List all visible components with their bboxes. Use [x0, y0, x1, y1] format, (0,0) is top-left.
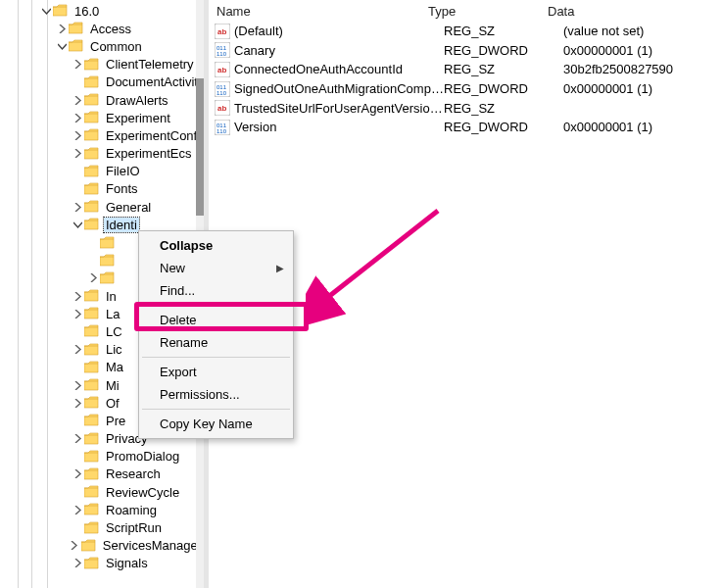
tree-scrollbar-thumb[interactable] — [196, 78, 204, 216]
tree-item-16-0[interactable]: 16.0 — [0, 2, 204, 20]
expander-icon[interactable] — [71, 378, 84, 392]
value-type: REG_SZ — [444, 24, 563, 38]
binary-value-icon — [215, 42, 230, 58]
string-value-icon — [215, 62, 230, 77]
expander-icon[interactable] — [71, 93, 84, 107]
expander-icon[interactable] — [39, 4, 53, 18]
expander-icon[interactable] — [71, 557, 84, 570]
list-row[interactable]: ConnectedOneAuthAccountId REG_SZ 30b2fb2… — [213, 60, 722, 79]
value-name: Version — [234, 120, 444, 134]
value-type: REG_SZ — [444, 62, 563, 76]
tree-item-promodialog[interactable]: PromoDialog — [0, 448, 204, 466]
expander-icon[interactable] — [71, 218, 84, 231]
folder-icon — [84, 182, 100, 196]
tree-item-access[interactable]: Access — [0, 20, 204, 37]
expander-icon[interactable] — [71, 307, 84, 320]
tree-item-documentactiviti[interactable]: DocumentActiviti — [0, 74, 204, 91]
column-header-type[interactable]: Type — [428, 4, 548, 19]
expander-icon[interactable] — [55, 39, 69, 53]
menu-delete[interactable]: Delete — [140, 309, 292, 331]
folder-icon — [84, 111, 100, 124]
folder-icon — [84, 289, 100, 303]
expander-icon[interactable] — [71, 467, 84, 481]
folder-icon — [84, 432, 100, 446]
expander-icon[interactable] — [71, 200, 84, 214]
value-name: (Default) — [234, 24, 444, 38]
tree-item-experimentconfi[interactable]: ExperimentConfi — [0, 126, 204, 144]
menu-permissions[interactable]: Permissions... — [140, 383, 292, 406]
tree-item-label: DrawAlerts — [104, 93, 170, 108]
folder-icon — [100, 254, 116, 268]
tree-item-label: ExperimentConfi — [104, 128, 202, 143]
expander-icon[interactable] — [71, 128, 84, 142]
expander-icon[interactable] — [71, 58, 84, 72]
expander-icon[interactable] — [71, 289, 84, 303]
tree-item-fonts[interactable]: Fonts — [0, 180, 204, 198]
folder-icon — [84, 450, 100, 464]
tree-item-label: Access — [88, 22, 133, 36]
folder-icon — [100, 271, 116, 285]
tree-item-label: Roaming — [104, 503, 159, 517]
menu-separator — [142, 357, 290, 358]
tree-item-clienttelemetry[interactable]: ClientTelemetry — [0, 56, 204, 74]
tree-item-signals[interactable]: Signals — [0, 555, 204, 572]
submenu-arrow-icon: ▶ — [276, 263, 284, 273]
folder-icon — [84, 75, 100, 89]
expander-icon[interactable] — [71, 111, 84, 124]
menu-copy-key-name[interactable]: Copy Key Name — [140, 413, 292, 435]
folder-icon — [84, 147, 100, 161]
binary-value-icon — [215, 81, 230, 97]
expander-icon[interactable] — [71, 343, 84, 357]
tree-item-research[interactable]: Research — [0, 466, 204, 483]
expander-icon[interactable] — [55, 22, 69, 35]
menu-rename[interactable]: Rename — [140, 331, 292, 354]
folder-icon — [84, 128, 100, 142]
folder-icon — [84, 485, 100, 499]
tree-item-reviewcycle[interactable]: ReviewCycle — [0, 483, 204, 501]
tree-item-label: Experiment — [104, 111, 172, 125]
value-data: 0x00000001 (1) — [563, 81, 722, 96]
value-type: REG_DWORD — [444, 81, 563, 96]
list-row[interactable]: SignedOutOneAuthMigrationCompl... REG_DW… — [213, 79, 722, 99]
folder-icon — [84, 200, 100, 214]
context-menu: Collapse New ▶ Find... Delete Rename Exp… — [138, 230, 294, 439]
expander-icon[interactable] — [68, 539, 81, 553]
folder-icon — [69, 39, 84, 53]
tree-item-servicesmanager[interactable]: ServicesManager — [0, 537, 204, 555]
value-type: REG_DWORD — [444, 120, 563, 134]
folder-icon — [84, 521, 100, 535]
column-header-name[interactable]: Name — [213, 4, 428, 19]
tree-item-general[interactable]: General — [0, 198, 204, 216]
value-data: 0x00000001 (1) — [563, 43, 722, 58]
binary-value-icon — [215, 120, 230, 135]
tree-item-label: ExperimentEcs — [104, 146, 193, 161]
expander-icon[interactable] — [71, 147, 84, 161]
tree-item-label: Ma — [104, 360, 125, 374]
expander-icon[interactable] — [71, 503, 84, 516]
string-value-icon — [215, 24, 230, 39]
tree-item-label: Fonts — [104, 181, 140, 196]
expander-icon[interactable] — [71, 396, 84, 410]
expander-icon[interactable] — [71, 432, 84, 446]
column-header-data[interactable]: Data — [548, 4, 722, 19]
tree-item-label: Identi — [104, 218, 139, 232]
tree-item-drawalerts[interactable]: DrawAlerts — [0, 91, 204, 109]
list-row[interactable]: Canary REG_DWORD 0x00000001 (1) — [213, 41, 722, 61]
folder-icon — [84, 467, 100, 481]
list-row[interactable]: (Default) REG_SZ (value not set) — [213, 22, 722, 41]
menu-collapse[interactable]: Collapse — [140, 234, 292, 257]
list-row[interactable]: TrustedSiteUrlForUserAgentVersionIn... R… — [213, 98, 722, 118]
menu-export[interactable]: Export — [140, 361, 292, 383]
tree-item-experimentecs[interactable]: ExperimentEcs — [0, 145, 204, 163]
tree-item-common[interactable]: Common — [0, 37, 204, 55]
tree-item-experiment[interactable]: Experiment — [0, 109, 204, 126]
expander-icon[interactable] — [86, 271, 100, 285]
menu-new[interactable]: New ▶ — [140, 257, 292, 279]
menu-find[interactable]: Find... — [140, 279, 292, 302]
folder-icon — [84, 396, 100, 410]
tree-item-fileio[interactable]: FileIO — [0, 163, 204, 180]
tree-item-roaming[interactable]: Roaming — [0, 501, 204, 518]
tree-item-scriptrun[interactable]: ScriptRun — [0, 518, 204, 536]
list-row[interactable]: Version REG_DWORD 0x00000001 (1) — [213, 118, 722, 137]
value-data: 0x00000001 (1) — [563, 120, 722, 134]
